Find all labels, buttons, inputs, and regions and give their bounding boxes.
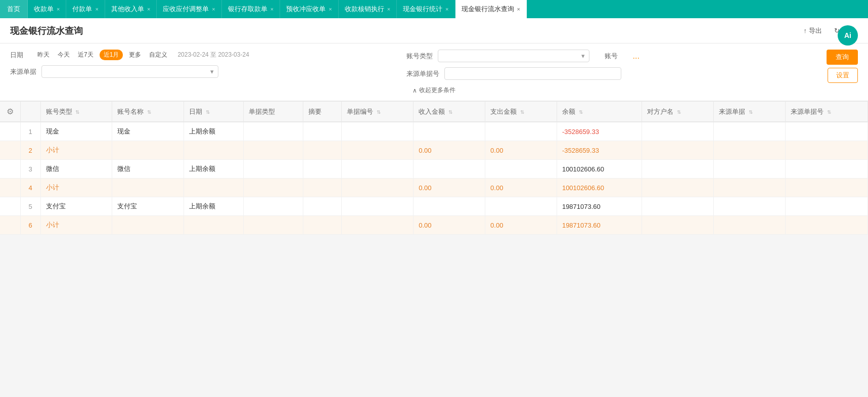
filter-right-column: 查询 设置 [792, 50, 858, 83]
col-settings[interactable]: ⚙ [0, 102, 20, 122]
source-filter-group: 来源单据 ▾ [10, 65, 386, 78]
col-voucher-type[interactable]: 单据类型 [244, 102, 303, 122]
nav-home[interactable]: 首页 [0, 0, 28, 18]
cell-income-4 [414, 197, 485, 216]
col-balance[interactable]: 余额 ⇅ [557, 102, 642, 122]
col-date[interactable]: 日期 ⇅ [184, 102, 244, 122]
close-ar-ap-icon[interactable]: × [212, 6, 215, 12]
account-type-label: 账号类型 [406, 52, 433, 61]
query-button[interactable]: 查询 [827, 50, 858, 65]
sort-account-name-icon: ⇅ [147, 109, 151, 115]
cell-settings-2 [0, 160, 20, 179]
col-account-type-label: 账号类型 [46, 108, 72, 115]
nav-prepayment[interactable]: 预收冲应收单 × [280, 0, 338, 18]
cell-summary-5 [303, 216, 342, 235]
col-summary-label: 摘要 [308, 108, 322, 115]
cell-row-num-1: 2 [20, 141, 40, 160]
collapse-up-icon: ∧ [413, 87, 417, 94]
nav-payment[interactable]: 付款单 × [66, 0, 105, 18]
cell-voucher-number-5 [342, 216, 414, 235]
cell-summary-1 [303, 141, 342, 160]
col-source-voucher-label: 来源单据 [719, 108, 745, 115]
close-receipt-icon[interactable]: × [57, 6, 60, 12]
page-header: 现金银行流水查询 ↑ 导出 ↻ 刷新 [0, 18, 868, 43]
table-row[interactable]: 5 支付宝 支付宝 上期余额 19871073.60 [0, 197, 868, 216]
source-voucher-num-input[interactable] [444, 67, 621, 80]
cell-expense-3: 0.00 [485, 179, 557, 197]
sort-counterpart-icon: ⇅ [677, 109, 681, 115]
nav-ar-ap-adjust[interactable]: 应收应付调整单 × [157, 0, 221, 18]
nav-receivable-writeoff-label: 收款核销执行 [345, 5, 384, 14]
nav-receipt[interactable]: 收款单 × [28, 0, 66, 18]
table-settings-icon[interactable]: ⚙ [7, 107, 14, 116]
col-expense[interactable]: 支出金额 ⇅ [485, 102, 557, 122]
cell-counterpart-2 [642, 160, 714, 179]
collapse-button[interactable]: ∧ 收起更多条件 [413, 86, 455, 95]
close-bank-deposit-icon[interactable]: × [270, 6, 273, 12]
nav-prepayment-label: 预收冲应收单 [286, 5, 326, 14]
account-label: 账号 [605, 52, 625, 61]
nav-bank-stats[interactable]: 现金银行统计 × [397, 0, 455, 18]
col-source-voucher[interactable]: 来源单据 ⇅ [714, 102, 786, 122]
table-body: 1 现金 现金 上期余额 -3528659.33 2 小计 0.00 0.00 … [0, 122, 868, 235]
cell-date-0: 上期余额 [184, 122, 244, 141]
sort-voucher-number-icon: ⇅ [377, 109, 381, 115]
date-btn-custom[interactable]: 自定义 [147, 50, 169, 60]
date-btn-more[interactable]: 更多 [127, 50, 143, 60]
sort-income-icon: ⇅ [448, 109, 452, 115]
close-writeoff-icon[interactable]: × [387, 6, 390, 12]
col-account-name-label: 账号名称 [117, 108, 144, 115]
table-row[interactable]: 2 小计 0.00 0.00 -3528659.33 [0, 141, 868, 160]
source-voucher-select[interactable]: ▾ [41, 65, 218, 78]
nav-other-income[interactable]: 其他收入单 × [105, 0, 157, 18]
date-filter-group: 日期 昨天 今天 近7天 近1月 更多 自定义 2023-02-24 至 202… [10, 50, 386, 60]
cell-source-voucher-0 [714, 122, 786, 141]
sort-account-type-icon: ⇅ [75, 109, 79, 115]
nav-bank-flow[interactable]: 现金银行流水查询 × [455, 0, 527, 18]
cell-voucher-number-0 [342, 122, 414, 141]
close-other-income-icon[interactable]: × [147, 6, 150, 12]
source-voucher-caret-icon: ▾ [210, 68, 214, 75]
cell-income-2 [414, 160, 485, 179]
settings-button[interactable]: 设置 [828, 68, 858, 83]
export-button[interactable]: ↑ 导出 [801, 24, 826, 37]
col-counterpart[interactable]: 对方户名 ⇅ [642, 102, 714, 122]
cell-date-1 [184, 141, 244, 160]
nav-bank-deposit[interactable]: 银行存取款单 × [222, 0, 280, 18]
col-source-voucher-num[interactable]: 来源单据号 ⇅ [786, 102, 868, 122]
date-btn-7days[interactable]: 近7天 [76, 50, 96, 60]
date-btn-1month[interactable]: 近1月 [100, 50, 123, 60]
cell-row-num-5: 6 [20, 216, 40, 235]
close-prepayment-icon[interactable]: × [329, 6, 332, 12]
cell-counterpart-3 [642, 179, 714, 197]
cell-source-voucher-num-4 [786, 197, 868, 216]
cell-source-voucher-4 [714, 197, 786, 216]
page-title: 现金银行流水查询 [10, 25, 83, 37]
table-row[interactable]: 3 微信 微信 上期余额 100102606.60 [0, 160, 868, 179]
cell-account-type-5: 小计 [40, 216, 112, 235]
cell-counterpart-1 [642, 141, 714, 160]
date-btn-today[interactable]: 今天 [56, 50, 72, 60]
account-dots-button[interactable]: ... [630, 52, 643, 61]
close-bank-stats-icon[interactable]: × [445, 6, 448, 12]
cell-balance-2: 100102606.60 [557, 160, 642, 179]
cell-source-voucher-1 [714, 141, 786, 160]
nav-receivable-writeoff[interactable]: 收款核销执行 × [339, 0, 397, 18]
table-row[interactable]: 4 小计 0.00 0.00 100102606.60 [0, 179, 868, 197]
cell-expense-4 [485, 197, 557, 216]
table-row[interactable]: 6 小计 0.00 0.00 19871073.60 [0, 216, 868, 235]
col-date-label: 日期 [189, 108, 202, 115]
close-payment-icon[interactable]: × [95, 6, 98, 12]
table-row[interactable]: 1 现金 现金 上期余额 -3528659.33 [0, 122, 868, 141]
col-voucher-number[interactable]: 单据编号 ⇅ [342, 102, 414, 122]
date-btn-yesterday[interactable]: 昨天 [35, 50, 52, 60]
source-voucher-num-group: 来源单据号 [406, 67, 783, 80]
col-income[interactable]: 收入金额 ⇅ [414, 102, 485, 122]
col-account-type[interactable]: 账号类型 ⇅ [40, 102, 112, 122]
account-type-filter-group: 账号类型 ▾ 账号 ... [406, 50, 783, 62]
col-account-name[interactable]: 账号名称 ⇅ [112, 102, 184, 122]
ai-assistant-button[interactable]: Ai [838, 25, 858, 46]
cell-counterpart-5 [642, 216, 714, 235]
close-bank-flow-icon[interactable]: × [517, 6, 520, 12]
account-type-select[interactable]: ▾ [438, 50, 589, 62]
